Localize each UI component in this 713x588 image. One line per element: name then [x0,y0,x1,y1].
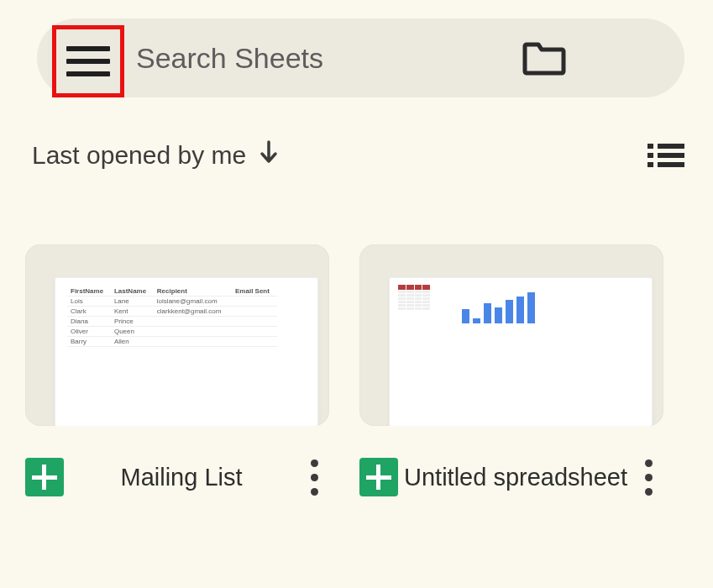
sort-row: Last opened by me [32,139,684,171]
list-view-icon[interactable] [647,142,684,169]
search-input[interactable]: Search Sheets [136,42,522,75]
svg-rect-1 [658,144,684,149]
svg-rect-3 [658,153,684,158]
svg-rect-4 [647,162,653,167]
folder-icon[interactable] [522,39,567,76]
arrow-down-icon [258,139,280,171]
file-card: Untitled spreadsheet [359,244,663,507]
thumbnail-preview-table: FirstNameLastNameRecipientEmail Sent Loi… [67,286,277,347]
more-options-button[interactable] [299,459,329,496]
svg-rect-2 [647,153,653,158]
search-bar: Search Sheets [37,18,684,97]
file-title[interactable]: Untitled spreadsheet [398,463,633,492]
svg-rect-5 [658,162,684,167]
file-title[interactable]: Mailing List [64,463,299,492]
thumbnail-preview-grid [398,285,430,310]
sheets-icon [359,458,398,496]
file-card: FirstNameLastNameRecipientEmail Sent Loi… [25,244,329,507]
menu-icon[interactable] [66,46,110,76]
sheets-icon [25,458,64,496]
menu-button-highlight [52,25,124,97]
file-grid: FirstNameLastNameRecipientEmail Sent Loi… [25,244,688,507]
sort-label: Last opened by me [32,141,246,170]
sort-selector[interactable]: Last opened by me [32,139,280,171]
file-thumbnail[interactable]: FirstNameLastNameRecipientEmail Sent Loi… [25,244,329,426]
more-options-button[interactable] [633,459,663,496]
file-thumbnail[interactable] [359,244,663,426]
svg-rect-0 [647,144,653,149]
thumbnail-preview-chart [462,288,535,323]
